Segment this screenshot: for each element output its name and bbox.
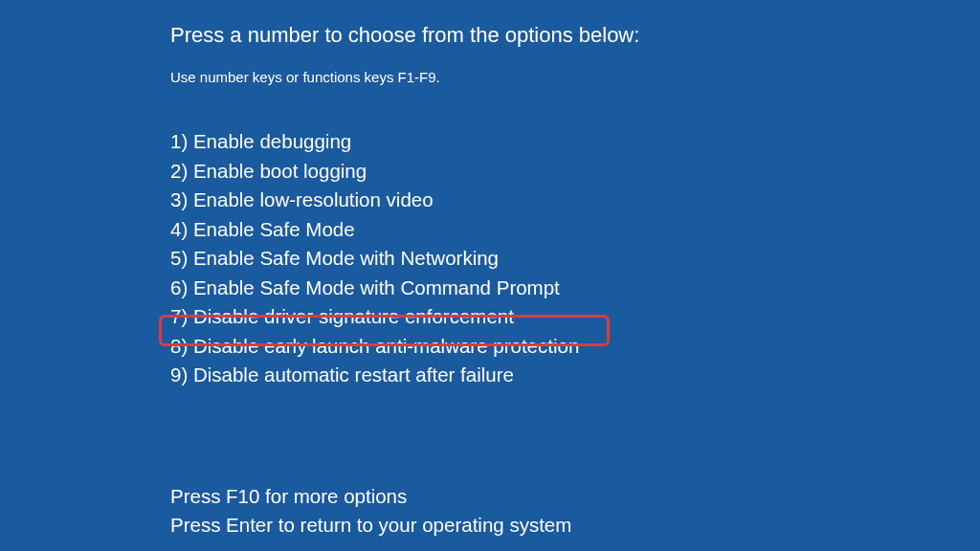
return-line: Press Enter to return to your operating … xyxy=(170,511,840,540)
startup-option-8[interactable]: 8) Disable early launch anti-malware pro… xyxy=(170,332,840,362)
options-list: 1) Enable debugging2) Enable boot loggin… xyxy=(170,127,840,390)
startup-option-6[interactable]: 6) Enable Safe Mode with Command Prompt xyxy=(170,274,840,303)
startup-option-3[interactable]: 3) Enable low-resolution video xyxy=(170,186,840,215)
startup-option-2[interactable]: 2) Enable boot logging xyxy=(170,157,840,187)
hint-line: Use number keys or functions keys F1-F9. xyxy=(170,69,840,85)
startup-settings-panel: Press a number to choose from the option… xyxy=(170,23,840,540)
startup-option-5[interactable]: 5) Enable Safe Mode with Networking xyxy=(170,244,840,274)
prompt-line: Press a number to choose from the option… xyxy=(170,23,840,48)
startup-option-4[interactable]: 4) Enable Safe Mode xyxy=(170,215,840,245)
startup-option-9[interactable]: 9) Disable automatic restart after failu… xyxy=(170,361,840,390)
footer-block: Press F10 for more options Press Enter t… xyxy=(170,482,840,540)
more-options-line: Press F10 for more options xyxy=(170,482,840,512)
startup-option-7[interactable]: 7) Disable driver signature enforcement xyxy=(170,302,840,332)
startup-option-1[interactable]: 1) Enable debugging xyxy=(170,127,840,157)
